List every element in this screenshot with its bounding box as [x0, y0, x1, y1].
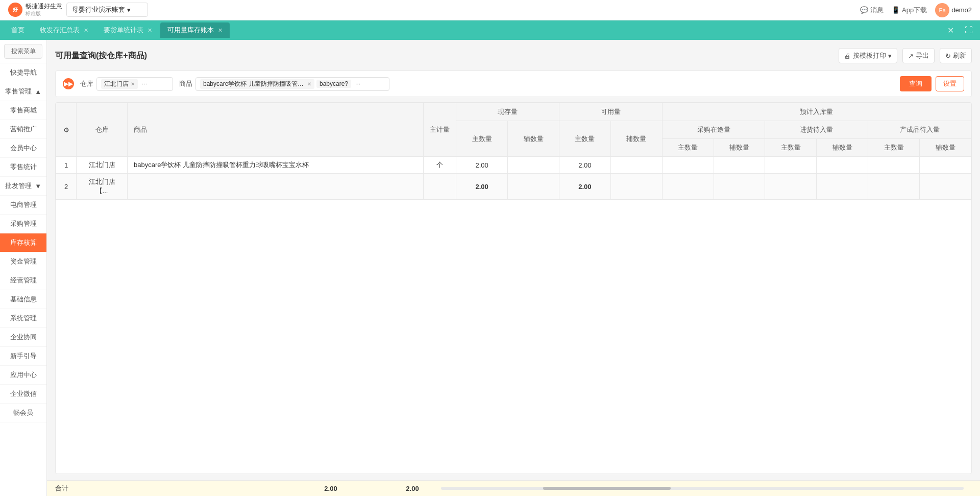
sidebar-item-purchase[interactable]: 采购管理 [0, 215, 46, 233]
product-tag1-close[interactable]: ✕ [307, 81, 311, 87]
export-button[interactable]: ↗ 导出 [902, 48, 935, 63]
th-inc-aux: 辅数量 [817, 139, 868, 157]
product-tag1: babycare学饮杯 儿童防摔防撞吸管杯重力球吸嘴杯宝宝水杯 ✕ [200, 79, 314, 89]
cell-prod-aux [920, 157, 971, 174]
bottom-bar: 合计 2.00 2.00 [47, 480, 980, 496]
total-label: 合计 [55, 484, 137, 493]
tab-order-stats[interactable]: 要货单统计表 ✕ [96, 22, 159, 38]
tab-available-ledger-close[interactable]: ✕ [218, 27, 223, 34]
th-prod-main: 主数量 [868, 139, 920, 157]
wholesale-arrow: ▼ [35, 182, 41, 190]
sidebar-item-retail-stats[interactable]: 零售统计 [0, 158, 46, 177]
mobile-icon: 📱 [892, 6, 900, 14]
tab-home[interactable]: 首页 [4, 22, 32, 38]
logo-text-area: 畅捷通好生意 标准版 [26, 3, 62, 17]
logo-area: 好 畅捷通好生意 标准版 [8, 3, 62, 17]
page-content: 可用量查询(按仓库+商品) 🖨 按模板打印 ▾ ↗ 导出 ↻ 刷新 [47, 40, 980, 480]
sidebar-item-wholesale-mgmt[interactable]: 批发管理 ▼ [0, 177, 46, 196]
cell-seq: 1 [56, 157, 77, 174]
search-menu-button[interactable]: 搜索菜单 [4, 44, 42, 59]
product-filter-group: 商品 babycare学饮杯 儿童防摔防撞吸管杯重力球吸嘴杯宝宝水杯 ✕ bab… [179, 77, 389, 91]
warehouse-more-dots[interactable]: ··· [140, 80, 149, 87]
sidebar-search-area: 搜索菜单 [0, 40, 46, 63]
cell-prod-main [868, 174, 920, 200]
export-label: 导出 [916, 51, 929, 60]
data-table-wrapper: ⚙ 仓库 商品 主计量 现存量 可用量 预计入库量 主数量 辅数量 主数量 [55, 102, 972, 474]
sidebar-item-new-guide[interactable]: 新手引导 [0, 347, 46, 366]
warehouse-filter-input[interactable]: 江北门店 ✕ ··· [96, 77, 173, 91]
filter-bar: ▶▶ 仓库 江北门店 ✕ ··· 商品 babycar [55, 70, 972, 97]
sidebar-item-basic-info[interactable]: 基础信息 [0, 290, 46, 309]
company-selector[interactable]: 母婴行业演示账套 ▾ [66, 3, 148, 17]
th-warehouse: 仓库 [77, 103, 128, 157]
tab-available-ledger[interactable]: 可用量库存账本 ✕ [160, 22, 230, 38]
th-incoming-pending: 进货待入量 [765, 121, 868, 139]
table-row: 2 江北门店【... 2.00 2.00 [56, 174, 971, 200]
cell-avail-aux [610, 174, 662, 200]
cell-pur-main [662, 174, 714, 200]
refresh-button[interactable]: ↻ 刷新 [940, 48, 972, 63]
sidebar-item-operations[interactable]: 经营管理 [0, 271, 46, 290]
cell-unit [424, 174, 456, 200]
product-tag2-value: babycare? [320, 80, 348, 87]
message-action[interactable]: 💬 消息 [860, 6, 884, 15]
sidebar-item-retail-mgmt[interactable]: 零售管理 ▲ [0, 82, 46, 101]
logo-icon: 好 [8, 3, 22, 17]
total-stock-main: 2.00 [310, 485, 351, 492]
th-prod-aux: 辅数量 [920, 139, 971, 157]
sidebar-item-retail-mall[interactable]: 零售商城 [0, 101, 46, 120]
tab-available-ledger-label: 可用量库存账本 [167, 26, 214, 35]
sidebar-item-enterprise-collab[interactable]: 企业协同 [0, 328, 46, 347]
th-settings[interactable]: ⚙ [56, 103, 77, 157]
th-available: 可用量 [559, 103, 662, 121]
logo-subtitle: 标准版 [26, 10, 62, 17]
cell-unit: 个 [424, 157, 456, 174]
tab-receive-summary[interactable]: 收发存汇总表 ✕ [33, 22, 95, 38]
query-button[interactable]: 查询 [900, 76, 932, 91]
nav-tabs: 首页 收发存汇总表 ✕ 要货单统计表 ✕ 可用量库存账本 ✕ ✕ ⛶ [0, 20, 980, 40]
cell-pur-main [662, 157, 714, 174]
cell-inc-main [765, 157, 817, 174]
sidebar-item-member-center[interactable]: 会员中心 [0, 139, 46, 158]
page-actions: 🖨 按模板打印 ▾ ↗ 导出 ↻ 刷新 [839, 48, 972, 63]
filter-expand-button[interactable]: ▶▶ [63, 78, 74, 89]
user-profile[interactable]: Ea demo2 [935, 3, 972, 17]
tab-order-stats-close[interactable]: ✕ [148, 27, 152, 34]
product-filter-input[interactable]: babycare学饮杯 儿童防摔防撞吸管杯重力球吸嘴杯宝宝水杯 ✕ babyca… [195, 77, 389, 91]
main-layout: 搜索菜单 快捷导航 零售管理 ▲ 零售商城 营销推广 会员中心 零售统计 批发管… [0, 40, 980, 496]
sidebar-item-inventory[interactable]: 库存核算 [0, 233, 46, 252]
tab-receive-summary-close[interactable]: ✕ [84, 27, 88, 34]
top-bar-right: 💬 消息 📱 App下载 Ea demo2 [860, 3, 972, 17]
product-more-dots[interactable]: ··· [353, 80, 362, 87]
sidebar-item-system[interactable]: 系统管理 [0, 309, 46, 328]
product-tag2: babycare? [316, 80, 351, 88]
sidebar-item-member[interactable]: 畅会员 [0, 404, 46, 422]
data-table: ⚙ 仓库 商品 主计量 现存量 可用量 预计入库量 主数量 辅数量 主数量 [56, 103, 971, 200]
sidebar-item-app-center[interactable]: 应用中心 [0, 366, 46, 385]
sidebar-item-ecommerce[interactable]: 电商管理 [0, 196, 46, 215]
sidebar-item-quick-nav[interactable]: 快捷导航 [0, 63, 46, 82]
cell-inc-main [765, 174, 817, 200]
warehouse-tag-close[interactable]: ✕ [131, 81, 135, 87]
sidebar-item-finance[interactable]: 资金管理 [0, 252, 46, 271]
cell-prod-main [868, 157, 920, 174]
setting-button[interactable]: 设置 [936, 76, 964, 91]
sidebar-item-marketing[interactable]: 营销推广 [0, 120, 46, 139]
warehouse-tag: 江北门店 ✕ [101, 79, 138, 89]
chevron-down-icon: ▾ [127, 6, 131, 14]
cell-avail-aux [610, 157, 662, 174]
cell-stock-main: 2.00 [456, 157, 508, 174]
expand-window-button[interactable]: ⛶ [962, 23, 976, 37]
scrollbar-thumb[interactable] [543, 487, 671, 490]
sidebar-item-enterprise-wechat[interactable]: 企业微信 [0, 385, 46, 404]
horizontal-scrollbar[interactable] [441, 487, 964, 490]
app-download-action[interactable]: 📱 App下载 [892, 6, 927, 15]
message-icon: 💬 [860, 6, 868, 14]
close-all-tabs-button[interactable]: ✕ [943, 23, 958, 37]
refresh-icon: ↻ [945, 52, 951, 60]
th-pur-main: 主数量 [662, 139, 714, 157]
product-tag1-value: babycare学饮杯 儿童防摔防撞吸管杯重力球吸嘴杯宝宝水杯 [203, 80, 305, 88]
print-template-button[interactable]: 🖨 按模板打印 ▾ [839, 48, 897, 63]
total-avail-main: 2.00 [392, 485, 433, 492]
th-stock-main: 主数量 [456, 121, 508, 157]
